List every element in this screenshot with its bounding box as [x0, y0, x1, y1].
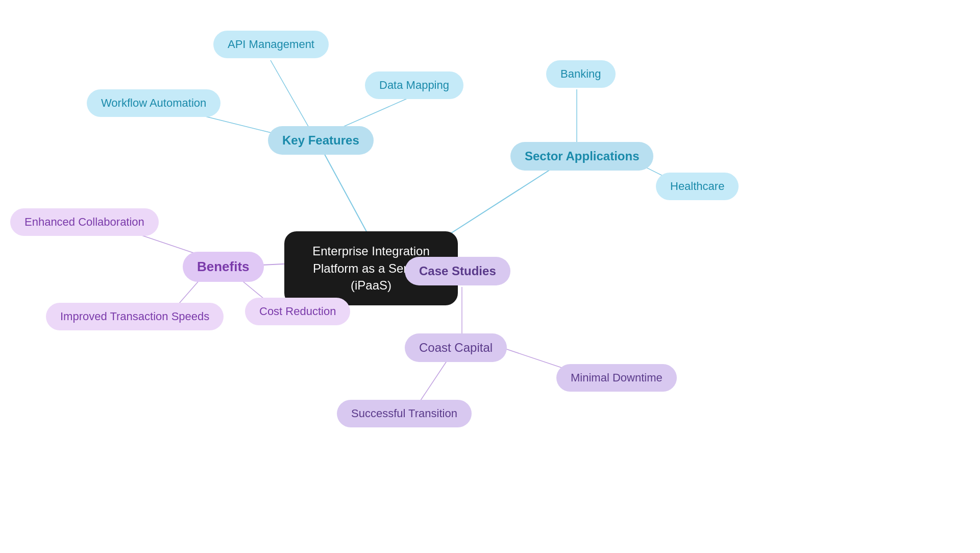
svg-line-11: [436, 260, 459, 271]
svg-line-13: [498, 346, 592, 378]
svg-line-14: [419, 357, 449, 403]
svg-line-1: [271, 60, 311, 132]
svg-line-3: [199, 115, 292, 138]
svg-line-9: [168, 275, 204, 316]
svg-line-10: [235, 275, 278, 310]
svg-line-7: [250, 260, 357, 266]
svg-line-0: [323, 151, 371, 240]
svg-line-6: [628, 158, 684, 186]
svg-line-8: [133, 232, 208, 258]
svg-line-4: [436, 162, 561, 243]
svg-line-2: [332, 98, 408, 132]
